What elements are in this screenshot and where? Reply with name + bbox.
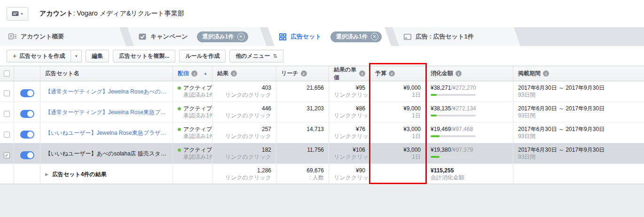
account-title: アカウント: Vogaro メディア&リクルート事業部: [39, 9, 184, 18]
adset-active-toggle[interactable]: [20, 110, 34, 118]
column-header-budget[interactable]: 予算 i: [370, 66, 426, 81]
adset-name-link[interactable]: 【通常ターゲティング】Jewelna Rose東急プラ...: [45, 105, 168, 119]
level-tabs: アカウント概要 キャンペーン 選択済み1件 ✕ 広告セット 選択済み1件 ✕ 広…: [0, 27, 644, 46]
clear-selection-icon[interactable]: ✕: [371, 33, 378, 40]
budget-cell: ¥3,0001日: [370, 123, 426, 143]
result-cell: 182リンクのクリック: [212, 143, 276, 163]
sort-asc-icon: ▲: [204, 71, 207, 76]
cost-cell: ¥95リンククリック...: [329, 81, 370, 101]
caret-down-icon: ▾: [75, 54, 77, 58]
reach-cell: 11,756: [276, 143, 329, 163]
budget-cell: ¥9,0001日: [370, 81, 426, 101]
select-all-checkbox[interactable]: [4, 70, 10, 77]
create-adset-split-button: + 広告セットを作成 ▾: [7, 50, 82, 62]
account-overview-icon: [8, 33, 16, 40]
spent-cell: ¥19,380/¥97,379: [426, 143, 513, 163]
info-icon[interactable]: i: [359, 70, 365, 77]
table-row-selected: ✓ 【いいねユーザー】あべのsolaha店 販売スタッフ アクティブ 承認済み1…: [0, 143, 644, 164]
adsets-table: 広告セット名 配信 i ▲ 結果 i リーチ i 結果の単価 i 予算 i 消化…: [0, 66, 644, 184]
table-row: 【通常ターゲティング】Jewelna Roseあべのsol... アクティブ 承…: [0, 81, 644, 102]
result-cell: 446リンクのクリック: [212, 102, 276, 122]
adset-grid-icon: [279, 33, 286, 40]
schedule-cell: 2017年6月30日 ～ 2017年9月30日93日間: [513, 81, 644, 101]
result-cell: 403リンクのクリック: [212, 81, 276, 101]
plus-icon: +: [13, 52, 16, 60]
adset-selected-badge[interactable]: 選択済み1件 ✕: [330, 31, 382, 42]
column-header-spent[interactable]: 消化金額 i: [426, 66, 513, 81]
info-icon[interactable]: i: [456, 70, 462, 77]
campaign-selected-badge[interactable]: 選択済み1件 ✕: [197, 31, 248, 42]
page-background: [0, 184, 644, 217]
expand-icon[interactable]: ▶: [45, 167, 48, 181]
caret-down-icon: ▾: [21, 12, 23, 16]
select-all-cell: [0, 66, 14, 81]
delivery-cell: アクティブ 承認済み1件: [173, 102, 212, 122]
tab-label: 広告 : 広告セット1件: [416, 32, 474, 41]
table-header-row: 広告セット名 配信 i ▲ 結果 i リーチ i 結果の単価 i 予算 i 消化…: [0, 66, 644, 81]
schedule-cell: 2017年6月30日 ～ 2017年9月30日93日間: [513, 143, 644, 163]
adset-name-link[interactable]: 【いいねユーザー】Jewelna Rose東急プラザ表...: [45, 126, 168, 140]
campaign-check-icon: [139, 33, 146, 40]
reach-cell: 14,713: [276, 123, 329, 143]
status-dot-icon: [178, 107, 181, 110]
row-checkbox[interactable]: [4, 132, 10, 138]
summary-budget-cell: [370, 164, 426, 184]
info-icon[interactable]: i: [231, 70, 237, 77]
edit-button[interactable]: 編集: [86, 50, 109, 62]
column-header-result[interactable]: 結果 i: [212, 66, 276, 81]
tab-label: キャンペーン: [150, 32, 188, 41]
summary-spent-cell: ¥115,255合計消化金額: [426, 164, 513, 184]
account-menu-button[interactable]: ▾: [7, 7, 28, 21]
account-label: アカウント: [39, 9, 73, 17]
summary-result-cell: 1,286リンクのクリック: [212, 164, 276, 184]
duplicate-adset-button[interactable]: 広告セットを複製...: [113, 50, 175, 62]
account-value: : Vogaro メディア&リクルート事業部: [73, 9, 184, 17]
schedule-cell: 2017年6月30日 ～ 2017年9月30日93日間: [513, 102, 644, 122]
reach-cell: 31,203: [276, 102, 329, 122]
column-header-name[interactable]: 広告セット名: [40, 66, 173, 81]
tab-campaigns[interactable]: キャンペーン 選択済み1件 ✕: [127, 27, 267, 46]
badge-label: 選択済み1件: [203, 33, 234, 41]
column-header-reach[interactable]: リーチ i: [276, 66, 329, 81]
column-header-schedule[interactable]: 掲載期間 i: [513, 66, 644, 81]
adset-name-link[interactable]: 【通常ターゲティング】Jewelna Roseあべのsol...: [45, 85, 168, 99]
summary-reach-cell: 69,676: 人数: [276, 164, 329, 184]
adset-active-toggle[interactable]: [20, 131, 34, 139]
badge-label: 選択済み1件: [336, 33, 368, 41]
action-toolbar: + 広告セットを作成 ▾ 編集 広告セットを複製... ルールを作成 他のメニュ…: [0, 46, 644, 66]
create-adset-button[interactable]: + 広告セットを作成: [7, 50, 71, 62]
info-icon[interactable]: i: [543, 70, 549, 77]
reach-cell: 21,656: [276, 81, 329, 101]
spend-progress-bar: [431, 156, 476, 158]
table-summary-row: ▶ 広告セット4件の結果 1,286リンクのクリック 69,676: 人数 ¥9…: [0, 164, 644, 184]
budget-cell: ¥3,0001日: [370, 143, 426, 163]
adset-active-toggle[interactable]: [20, 151, 34, 159]
row-checkbox[interactable]: [4, 111, 10, 117]
row-checkbox-checked[interactable]: ✓: [4, 152, 10, 158]
spent-cell: ¥19,469/¥97,468: [426, 123, 513, 143]
row-checkbox[interactable]: [4, 90, 10, 96]
adset-name-link[interactable]: 【いいねユーザー】あべのsolaha店 販売スタッフ: [45, 147, 168, 161]
column-header-cost[interactable]: 結果の単価 i: [329, 66, 370, 81]
create-rule-button[interactable]: ルールを作成: [179, 50, 226, 62]
adset-active-toggle[interactable]: [20, 89, 34, 97]
top-bar: ▾ アカウント: Vogaro メディア&リクルート事業部: [0, 0, 644, 27]
delivery-cell: アクティブ 承認済み1件: [173, 81, 212, 101]
tab-ads[interactable]: 広告 : 広告セット1件: [393, 27, 520, 46]
more-menu-button[interactable]: 他のメニュー ⇅: [229, 50, 283, 62]
cost-cell: ¥106リンククリック...: [329, 143, 370, 163]
info-icon[interactable]: i: [191, 70, 197, 77]
cost-cell: ¥86リンククリック...: [329, 102, 370, 122]
schedule-cell: 2017年6月30日 ～ 2017年9月30日93日間: [513, 123, 644, 143]
tab-ad-sets[interactable]: 広告セット 選択済み1件 ✕: [268, 27, 391, 46]
result-cell: 257リンクのクリック: [212, 123, 276, 143]
tab-account-overview[interactable]: アカウント概要: [0, 27, 126, 46]
budget-cell: ¥9,0001日: [370, 102, 426, 122]
spend-progress-bar: [431, 94, 476, 96]
info-icon[interactable]: i: [301, 70, 307, 77]
clear-selection-icon[interactable]: ✕: [237, 33, 245, 40]
column-header-delivery[interactable]: 配信 i ▲: [173, 66, 212, 81]
info-icon[interactable]: i: [389, 70, 395, 77]
create-adset-dropdown-button[interactable]: ▾: [71, 50, 82, 62]
ad-card-icon: [404, 34, 411, 40]
